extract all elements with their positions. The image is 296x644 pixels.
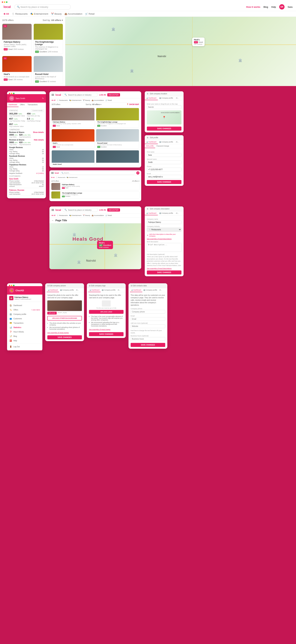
company-phone-input[interactable]: [131, 310, 165, 314]
user-avatar[interactable]: SR: [279, 4, 284, 10]
help-link[interactable]: Help: [271, 6, 276, 8]
hamburger-icon[interactable]: [51, 172, 54, 174]
map-cat-all[interactable]: ⊕ All: [52, 214, 56, 216]
ep-tab-dashboard[interactable]: 📊 Dashboard: [145, 212, 158, 215]
inner-offer-card[interactable]: Heals Good: [52, 150, 95, 166]
sidebar-item-how-it-works[interactable]: ❓ How It Works: [7, 330, 42, 334]
small-sort[interactable]: All offers ▾: [132, 180, 139, 182]
ep-tab-more[interactable]: Al...: [175, 140, 180, 144]
ep-tab-company-profile[interactable]: 🏢 Company profile: [158, 96, 175, 100]
sidebar-item-offers[interactable]: 🏷️ Offers + ADD NEW: [7, 308, 42, 312]
bp-tab-more[interactable]: Al...: [158, 288, 163, 292]
cat-tab-retail[interactable]: 🛒 Retail: [85, 12, 94, 15]
sidebar-item-transactions[interactable]: 💳 Transactions: [7, 321, 42, 325]
inner-cat-beauty[interactable]: ✂️ Beauty: [83, 100, 90, 101]
ep-tab-edit-profile[interactable]: Edit profile: [145, 144, 155, 148]
cat-tab-entertainment[interactable]: 🎭 Entertainment: [30, 12, 48, 15]
sidebar-item-dashboard[interactable]: 🏠 Dashboard: [7, 303, 42, 308]
map-info-card[interactable]: Heal's 4.2 Good 195 reviews: [192, 38, 205, 46]
sidebar-item-statistics[interactable]: 📊 Statistics: [7, 325, 42, 330]
industry-select[interactable]: 🍴 Restaurants: [147, 228, 181, 232]
save-logo-btn[interactable]: SAVE CHANGES: [89, 332, 124, 336]
small-offer-item[interactable]: Fabrique Bakery Artisan bakery, Nordic p…: [51, 183, 139, 190]
bp-tab-company-profile[interactable]: 🏢 Company profile: [142, 288, 158, 292]
location-search-input[interactable]: [147, 105, 181, 109]
period-selector[interactable]: Current month: [31, 109, 44, 112]
upload-other-background-btn[interactable]: UPLOAD OTHER BACKGROUND: [47, 316, 82, 320]
blog-link[interactable]: Blog: [263, 6, 268, 8]
sidebar-item-help[interactable]: 🆘 Help: [7, 338, 42, 343]
offers-tab[interactable]: Offers: [19, 102, 26, 107]
register-button[interactable]: REGISTER: [107, 93, 120, 96]
see-good-examples-link[interactable]: See examples of good descriptions: [147, 268, 172, 270]
add-offer-btn[interactable]: + ADD NEW: [31, 309, 40, 311]
inner-cat-accomodation[interactable]: 🏨 Accomodation: [92, 100, 104, 101]
brief-desc-textarea[interactable]: [147, 243, 181, 252]
upload-logo-btn[interactable]: UPLOAD LOGO: [89, 310, 124, 314]
show-map-btn[interactable]: 📍 SHOW MAP: [127, 104, 139, 106]
how-it-works-link[interactable]: How it works: [246, 6, 260, 8]
customer-name[interactable]: Patience, Russian: [9, 189, 44, 191]
see-examples-link[interactable]: See examples of great images: [89, 328, 111, 330]
ep-tab-password-change[interactable]: Password change: [155, 144, 171, 148]
second-name-input[interactable]: [147, 160, 181, 164]
sidebar-item-company-profile[interactable]: 🏢 Company profile: [7, 312, 42, 316]
map-cat-beauty[interactable]: ✂️ Beauty: [83, 214, 90, 216]
small-cat-all[interactable]: ⊕ All: [51, 177, 55, 178]
cat-tab-all[interactable]: ⊕ All: [4, 12, 9, 15]
offer-card[interactable]: The Knightsbridge Lounge The essence of …: [34, 24, 63, 54]
hamburger-menu[interactable]: [52, 209, 54, 211]
back-button[interactable]: ←: [52, 219, 54, 222]
website-input[interactable]: [131, 324, 165, 328]
inner-search-bar[interactable]: 🔍: [63, 93, 98, 97]
small-cat-entertainment[interactable]: 🎭 Entertainment: [67, 177, 78, 178]
map-search-input[interactable]: [68, 209, 96, 211]
cat-tab-beauty[interactable]: ✂️ Beauty: [51, 12, 62, 15]
inner-cat-restaurants[interactable]: 🍴 Restaurants: [57, 100, 68, 101]
ep-tab-company-profile[interactable]: 🏢 Company profile: [158, 212, 175, 215]
bp-tab-dashboard[interactable]: 📊 Dashboard: [130, 288, 142, 292]
bp-tab-more[interactable]: Al...: [117, 288, 122, 292]
customer-name[interactable]: Sara Smith: [9, 178, 44, 180]
phone-input[interactable]: [147, 168, 181, 171]
ep-tab-dashboard[interactable]: 📊 Dashboard: [145, 96, 158, 100]
save-changes-btn[interactable]: SAVE CHANGES: [147, 126, 181, 131]
offer-card[interactable]: 11 Fabrique Bakery Artisan bakery, Nordi…: [2, 24, 32, 54]
save-picture-btn[interactable]: SAVE CHANGES: [47, 335, 82, 339]
bp-tab-dashboard[interactable]: 📊 Dashboard: [88, 288, 101, 292]
inner-offer-card[interactable]: [96, 150, 139, 166]
offer-card[interactable]: Russell Hotel Luxury hotel in the heart …: [34, 56, 63, 84]
map-cat-entertainment[interactable]: 🎭 Entertainment: [69, 214, 82, 216]
save-contacts-btn[interactable]: SAVE CHANGES: [131, 343, 165, 347]
show-details-link[interactable]: Show details: [33, 131, 44, 133]
small-offer-item[interactable]: The Knightsbridge Lounge The essence of …: [51, 191, 139, 199]
transactions-tab[interactable]: Transactions: [26, 102, 39, 107]
inner-cat-all[interactable]: ⊕ All: [52, 100, 56, 101]
see-examples-link[interactable]: See examples of good descriptions: [147, 238, 172, 240]
ep-tab-company-profile[interactable]: 🏢 Company profile: [158, 140, 175, 144]
map-register-button[interactable]: REGISTER: [107, 208, 120, 212]
inner-offer-card[interactable]: Fabrique Bakery Artisan bakery, Nordic p…: [52, 108, 95, 128]
ep-tab-more[interactable]: Al...: [175, 96, 180, 100]
ep-tab-more[interactable]: Al...: [175, 212, 180, 215]
email-field-input[interactable]: [131, 317, 165, 321]
bp-tab-company-profile[interactable]: 🏢 Company profile: [101, 288, 117, 292]
map-cat-restaurants[interactable]: 🍴 Restaurants: [57, 214, 68, 216]
cat-tab-accomodation[interactable]: 🏨 Accomodation: [64, 12, 82, 15]
see-examples-link[interactable]: See examples of great images: [47, 332, 69, 334]
inner-cat-entertainment[interactable]: 🎭 Entertainment: [69, 100, 82, 101]
first-name-input[interactable]: [147, 153, 181, 157]
map-login-button[interactable]: LOG IN: [99, 209, 106, 211]
map-search-bar[interactable]: 🔍: [63, 208, 98, 212]
inner-offer-card[interactable]: The Knightsbridge Lounge The essence of …: [96, 108, 139, 128]
edit-icon[interactable]: ✎: [42, 97, 44, 100]
inner-offer-card[interactable]: Heal's A new branch as a concept store 4…: [52, 129, 95, 149]
inner-sort-control[interactable]: Sort by: All offers ▾: [86, 104, 101, 106]
save-description-btn[interactable]: SAVE CHANGES: [147, 270, 181, 274]
dashboard-tab[interactable]: Dashboard: [7, 102, 19, 107]
sidebar-item-logout[interactable]: 🚪 Log Out: [7, 344, 42, 349]
offer-card[interactable]: 11 Heal's A new branch as a concept stor…: [2, 56, 32, 84]
map-cat-accomodation[interactable]: 🏨 Accomodation: [92, 214, 104, 216]
bp-tab-dashboard[interactable]: 📊 Dashboard: [47, 288, 59, 292]
inner-offer-card[interactable]: Russell Hotel Luxury hotel in the heart …: [96, 129, 139, 149]
